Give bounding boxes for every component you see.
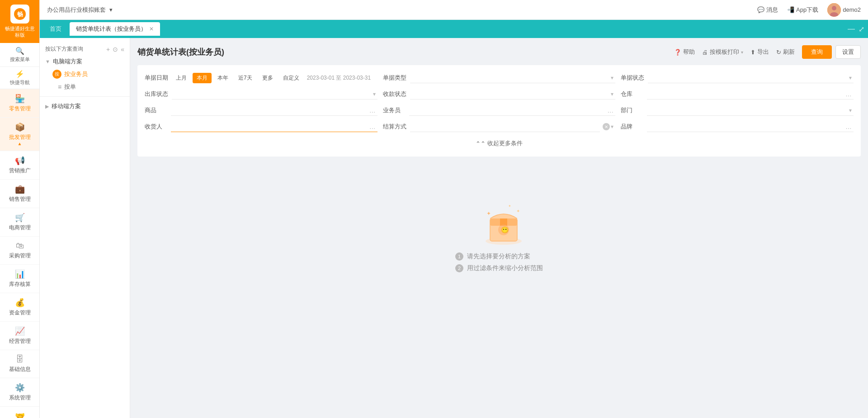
message-label: 消息: [766, 6, 778, 14]
search-menu-label: 搜索菜单: [10, 56, 30, 63]
sidebar-item-ecommerce[interactable]: 🛒 电商管理: [0, 208, 39, 237]
tree-item-by-salesperson[interactable]: 按 按业务员: [52, 67, 130, 81]
date-btn-this-year[interactable]: 本年: [213, 73, 232, 83]
goods-label: 商品: [145, 106, 167, 114]
retail-icon: 🏪: [15, 94, 25, 104]
user-profile[interactable]: demo2: [827, 3, 861, 17]
sidebar-item-sales[interactable]: 💼 销售管理: [0, 180, 39, 208]
goods-control: …: [171, 105, 377, 116]
doc-status-input[interactable]: [648, 72, 854, 83]
out-status-input[interactable]: [172, 89, 377, 100]
collapse-btn[interactable]: ⌃⌃ 收起更多条件: [145, 138, 854, 149]
filter-item-date: 单据日期 上月 本月 本年 近7天 更多 自定义 2023-03-01 至 20…: [145, 73, 377, 83]
help-btn[interactable]: ❓ 帮助: [674, 48, 695, 56]
filter-item-doc-status: 单据状态 ▾: [621, 72, 854, 83]
refresh-label: 刷新: [783, 48, 795, 56]
date-filter: 上月 本月 本年 近7天 更多 自定义 2023-03-01 至 2023-03…: [172, 73, 371, 83]
export-btn[interactable]: ⬆ 导出: [750, 48, 769, 56]
sidebar-item-inventory[interactable]: 📊 库存核算: [0, 265, 39, 293]
filter-item-salesperson: 业务员 …: [383, 105, 616, 116]
collapse-panel-btn[interactable]: «: [121, 46, 124, 53]
brand-input[interactable]: [647, 121, 854, 132]
svg-text:✦: ✦: [508, 204, 511, 208]
salesperson-input[interactable]: [409, 105, 616, 116]
tab-close-icon[interactable]: ✕: [149, 26, 154, 32]
tree-item-by-order[interactable]: ≡ 按单: [52, 81, 130, 93]
salesperson-scheme-icon: 按: [52, 70, 61, 79]
receipt-status-input[interactable]: [410, 89, 616, 100]
sidebar-item-purchase[interactable]: 🛍 采购管理: [0, 237, 39, 265]
app-download-icon: 📲: [787, 6, 794, 13]
sidebar-item-operations[interactable]: 📈 经营管理: [0, 322, 39, 350]
settlement-input[interactable]: [410, 121, 600, 132]
tab-home[interactable]: 首页: [43, 22, 68, 36]
tabbar-expand-btn[interactable]: ⤢: [859, 25, 864, 33]
tabbar-minimize-btn[interactable]: —: [848, 25, 855, 33]
sidebar-item-wholesale[interactable]: 📦 批发管理 ▲: [0, 118, 39, 151]
svg-point-3: [832, 6, 836, 10]
goods-input[interactable]: [171, 105, 377, 116]
sidebar-item-finance-label: 资金管理: [9, 309, 31, 317]
page-title: 销货单统计表(按业务员): [137, 47, 224, 57]
department-input[interactable]: [647, 105, 854, 116]
print-btn[interactable]: 🖨 按模板打印 ▾: [702, 48, 743, 56]
topbar-dropdown[interactable]: ▾: [109, 6, 113, 13]
quick-nav-item[interactable]: ⚡ 快捷导航: [0, 67, 39, 89]
sidebar-item-enterprise[interactable]: 🤝 企业协同: [0, 407, 39, 418]
ecommerce-icon: 🛒: [15, 213, 25, 223]
doc-type-input[interactable]: [410, 72, 616, 83]
sidebar-item-system[interactable]: ⚙️ 系统管理: [0, 378, 39, 407]
app-download-action[interactable]: 📲 App下载: [787, 6, 818, 14]
search-menu-item[interactable]: 🔍 搜索菜单: [0, 43, 39, 67]
date-btn-last7[interactable]: 近7天: [234, 73, 256, 83]
tree-node-desktop[interactable]: ▼ 电脑端方案: [40, 56, 130, 67]
top-actions-right: 查询 设置: [802, 45, 861, 59]
inventory-icon: 📊: [15, 269, 25, 279]
settlement-clear-btn[interactable]: ✕: [603, 123, 610, 130]
settlement-label: 结算方式: [383, 123, 406, 131]
tree-node-mobile[interactable]: ▶ 移动端方案: [40, 100, 130, 112]
date-btn-more[interactable]: 更多: [258, 73, 277, 83]
sidebar-item-basic[interactable]: 🗄 基础信息: [0, 350, 39, 378]
warehouse-input[interactable]: [647, 89, 854, 100]
brand-more-icon[interactable]: …: [845, 123, 852, 130]
sidebar-item-finance[interactable]: 💰 资金管理: [0, 293, 39, 322]
message-icon: 💬: [757, 6, 764, 13]
refresh-btn[interactable]: ↻ 刷新: [776, 48, 795, 56]
logo-text: 畅捷通好生意 标版: [4, 25, 36, 38]
brand-control: …: [647, 121, 854, 132]
sidebar-item-purchase-label: 采购管理: [9, 252, 31, 260]
app-logo[interactable]: 畅 畅捷通好生意 标版: [0, 0, 39, 43]
date-btn-last-month[interactable]: 上月: [172, 73, 191, 83]
date-btn-custom[interactable]: 自定义: [279, 73, 303, 83]
avatar: [827, 3, 841, 17]
settings-btn[interactable]: 设置: [835, 45, 861, 59]
goods-more-icon[interactable]: …: [369, 107, 376, 114]
sidebar-item-inventory-label: 库存核算: [9, 280, 31, 288]
warehouse-more-icon[interactable]: …: [845, 90, 852, 98]
salesperson-more-icon[interactable]: …: [607, 107, 613, 114]
sidebar-item-marketing[interactable]: 📢 营销推广: [0, 151, 39, 180]
tip-2-text: 用过滤条件来缩小分析范围: [467, 264, 543, 272]
filter-item-goods: 商品 …: [145, 105, 377, 116]
date-btn-this-month[interactable]: 本月: [193, 73, 212, 83]
settlement-dropdown-icon: ▾: [611, 124, 613, 130]
tab-sales-stat[interactable]: 销货单统计表（按业务员） ✕: [70, 22, 160, 36]
left-panel: 按以下方案查询 + ⊙ « ▼ 电脑端方案 按 按业务员 ≡ 按单: [40, 38, 130, 418]
sidebar-item-retail[interactable]: 🏪 零售管理: [0, 89, 39, 118]
tree-chevron-mobile: ▶: [45, 104, 49, 109]
filter-item-department: 部门 ▾: [621, 105, 854, 116]
add-scheme-btn[interactable]: +: [106, 46, 110, 53]
basic-icon: 🗄: [16, 355, 24, 364]
recipient-input[interactable]: [171, 121, 377, 132]
scheme-settings-btn[interactable]: ⊙: [113, 46, 118, 53]
collapse-chevron-icon: ⌃⌃: [476, 140, 486, 147]
recipient-more-icon[interactable]: …: [369, 123, 376, 130]
sidebar-item-ecommerce-label: 电商管理: [9, 224, 31, 232]
message-action[interactable]: 💬 消息: [757, 6, 778, 14]
doc-status-label: 单据状态: [621, 74, 644, 82]
search-icon: 🔍: [15, 47, 24, 55]
query-btn[interactable]: 查询: [802, 45, 832, 59]
purchase-icon: 🛍: [16, 241, 24, 251]
left-panel-icons: + ⊙ «: [106, 46, 124, 53]
